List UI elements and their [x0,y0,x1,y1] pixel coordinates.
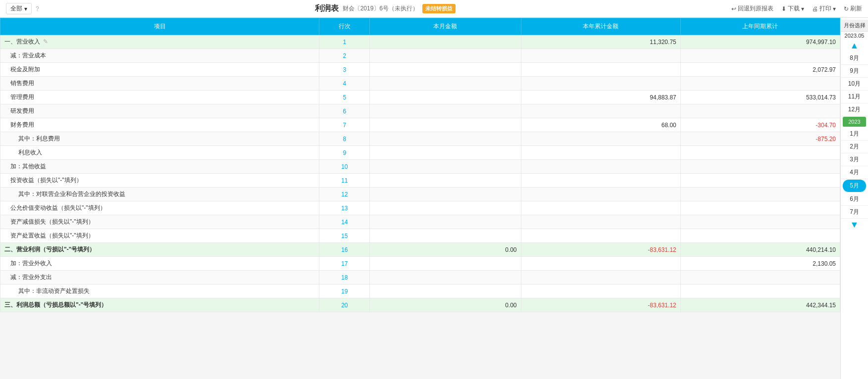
month-item[interactable]: 4月 [841,166,868,179]
chevron-down-icon: ▾ [801,5,804,12]
side-panel: 月份选择 2023.05 ▲ 8月9月10月11月12月20231月2月3月4月… [840,18,868,379]
table-area: 项目 行次 本月金额 本年累计金额 上年同期累计 一、营业收入✎ 1 11,32… [0,18,840,379]
refresh-button[interactable]: ↻ 刷新 [844,4,862,13]
cell-current: 0.00 [370,243,521,257]
month-up-arrow[interactable]: ▲ [841,40,868,52]
table-row: 财务费用 7 68.00 -304.70 [0,118,840,132]
cell-prior [680,271,840,284]
month-item[interactable]: 11月 [841,91,868,103]
cell-prior: -304.70 [680,118,840,132]
print-icon: 🖨 [812,5,818,12]
print-button[interactable]: 🖨 打印 ▾ [812,4,836,13]
cell-prior [680,160,840,174]
side-panel-date: 2023.05 [841,32,868,40]
page-title: 利润表 [315,3,339,14]
cell-prior [680,77,840,91]
cell-item: 利息收入 [0,146,319,160]
cell-row: 3 [319,63,370,77]
table-row: 税金及附加 3 2,072.97 [0,63,840,77]
cell-ytd [521,257,680,271]
cell-row[interactable]: 13 [319,201,370,215]
month-item[interactable]: 12月 [841,103,868,116]
cell-row[interactable]: 11 [319,174,370,188]
month-down-arrow[interactable]: ▼ [841,219,868,231]
month-item[interactable]: 2月 [841,141,868,153]
month-item[interactable]: 5月 [843,180,866,192]
month-item[interactable]: 8月 [841,52,868,65]
cell-prior [680,146,840,160]
cell-ytd [521,174,680,188]
col-row: 行次 [319,18,370,35]
refresh-label: 刷新 [850,4,862,13]
cell-item: 加：营业外收入 [0,257,319,271]
cell-current [370,63,521,77]
cell-row[interactable]: 12 [319,188,370,201]
cell-current [370,77,521,91]
cell-current [370,91,521,104]
help-icon[interactable]: ? [36,5,39,12]
table-row: 加：其他收益 10 [0,160,840,174]
print-label: 打印 [819,4,831,13]
table-row: 管理费用 5 94,883.87 533,014.73 [0,91,840,104]
cell-row: 2 [319,49,370,63]
cell-current [370,132,521,146]
table-row: 投资收益（损失以"-"填列） 11 [0,174,840,188]
month-item[interactable]: 10月 [841,78,868,91]
table-row: 资产减值损失（损失以"-"填列） 14 [0,215,840,229]
month-item[interactable]: 6月 [841,193,868,206]
cell-row: 6 [319,104,370,118]
cell-current: 0.00 [370,298,521,312]
cell-item: 资产处置收益（损失以"-"填列） [0,229,319,243]
status-badge[interactable]: 未结转损益 [422,4,456,13]
cell-item: 减：营业成本 [0,49,319,63]
return-label: 回退到原报表 [738,4,773,13]
cell-prior [680,188,840,201]
cell-ytd [521,63,680,77]
cell-row[interactable]: 14 [319,215,370,229]
download-button[interactable]: ⬇ 下载 ▾ [781,4,804,13]
cell-ytd [521,201,680,215]
month-item[interactable]: 2023 [843,117,866,127]
cell-row[interactable]: 17 [319,257,370,271]
cell-ytd [521,132,680,146]
cell-ytd [521,215,680,229]
month-item[interactable]: 7月 [841,206,868,219]
cell-current [370,174,521,188]
cell-item: 一、营业收入✎ [0,35,319,49]
cell-row: 9 [319,146,370,160]
month-item[interactable]: 9月 [841,65,868,78]
cell-row: 18 [319,271,370,284]
side-panel-label: 月份选择 [841,20,868,32]
cell-prior [680,104,840,118]
top-bar-center: 利润表 财会〔2019〕6号（未执行） 未结转损益 [315,3,456,14]
return-button[interactable]: ↩ 回退到原报表 [731,4,773,13]
edit-icon[interactable]: ✎ [43,38,48,45]
cell-ytd [521,284,680,298]
cell-item: 销售费用 [0,77,319,91]
cell-ytd [521,188,680,201]
table-row: 研发费用 6 [0,104,840,118]
month-item[interactable]: 3月 [841,153,868,166]
table-row: 销售费用 4 [0,77,840,91]
cell-current [370,257,521,271]
cell-item: 其中：非流动资产处置损失 [0,284,319,298]
cell-item: 管理费用 [0,91,319,104]
month-item[interactable]: 1月 [841,128,868,141]
cell-current [370,215,521,229]
col-ytd: 本年累计金额 [521,18,680,35]
cell-item: 研发费用 [0,104,319,118]
profit-table: 项目 行次 本月金额 本年累计金额 上年同期累计 一、营业收入✎ 1 11,32… [0,18,840,312]
scope-dropdown[interactable]: 全部 ▾ [6,3,32,14]
cell-prior [680,174,840,188]
cell-item: 其中：利息费用 [0,132,319,146]
month-list: 8月9月10月11月12月20231月2月3月4月5月6月7月 [841,52,868,219]
cell-prior: 442,344.15 [680,298,840,312]
cell-prior: 533,014.73 [680,91,840,104]
chevron-down-icon: ▾ [833,5,836,12]
table-row: 减：营业外支出 18 [0,271,840,284]
cell-row: 5 [319,91,370,104]
cell-item: 资产减值损失（损失以"-"填列） [0,215,319,229]
cell-row[interactable]: 10 [319,160,370,174]
cell-current [370,201,521,215]
cell-row[interactable]: 15 [319,229,370,243]
